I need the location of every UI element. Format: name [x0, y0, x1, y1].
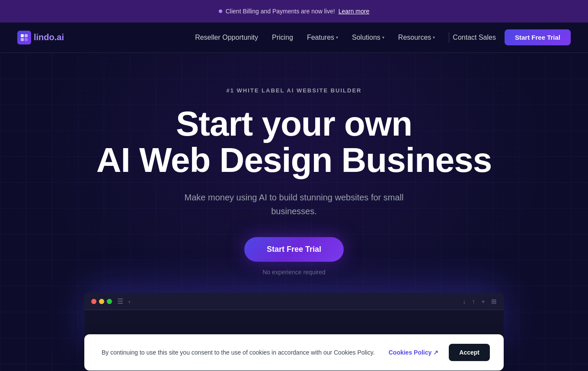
- download-icon[interactable]: ↓: [463, 298, 466, 305]
- browser-toolbar: ☰ ‹ ↓ ↑ + ⊞: [84, 293, 504, 310]
- nav-divider: [449, 32, 449, 43]
- learn-more-link[interactable]: Learn more: [339, 8, 370, 15]
- svg-rect-1: [25, 34, 28, 37]
- logo-icon: [17, 31, 31, 44]
- nav-start-trial-button[interactable]: Start Free Trial: [505, 29, 571, 45]
- hero-start-trial-button[interactable]: Start Free Trial: [244, 237, 344, 262]
- sidebar-icon[interactable]: ☰: [117, 297, 123, 305]
- hero-title: Start your own AI Web Design Business: [17, 106, 571, 178]
- cookie-message: By continuing to use this site you conse…: [98, 348, 378, 357]
- nav-item-features[interactable]: Features ▾: [307, 34, 338, 41]
- announcement-dot: [219, 10, 222, 13]
- navbar: lindo.ai Reseller Opportunity Pricing Fe…: [0, 22, 588, 53]
- nav-item-solutions[interactable]: Solutions ▾: [352, 34, 384, 41]
- browser-dots: [91, 299, 112, 304]
- browser-preview: ☰ ‹ ↓ ↑ + ⊞ By continuing to use this si…: [84, 293, 504, 358]
- browser-dot-yellow: [99, 299, 104, 304]
- svg-rect-0: [21, 34, 24, 37]
- announcement-message: Client Billing and Payments are now live…: [226, 8, 335, 15]
- browser-dot-red: [91, 299, 96, 304]
- chevron-down-icon: ▾: [336, 35, 338, 40]
- external-link-icon: ↗: [433, 348, 438, 357]
- add-icon[interactable]: +: [481, 298, 485, 305]
- back-icon[interactable]: ‹: [128, 298, 131, 305]
- hero-cta-wrapper: Start Free Trial: [17, 237, 571, 262]
- chevron-down-icon: ▾: [382, 35, 384, 40]
- share-icon[interactable]: ↑: [472, 298, 476, 305]
- cookie-policy-link[interactable]: Cookies Policy ↗: [389, 348, 439, 357]
- nav-links: Reseller Opportunity Pricing Features ▾ …: [195, 34, 435, 41]
- nav-item-reseller[interactable]: Reseller Opportunity: [195, 34, 258, 41]
- svg-rect-2: [21, 38, 24, 41]
- hero-note: No experience required: [17, 269, 571, 276]
- logo-text: lindo.ai: [34, 32, 64, 42]
- browser-actions: ↓ ↑ + ⊞: [463, 298, 497, 305]
- accept-cookies-button[interactable]: Accept: [449, 344, 490, 361]
- nav-item-pricing[interactable]: Pricing: [272, 34, 293, 41]
- grid-icon[interactable]: ⊞: [491, 298, 497, 305]
- svg-rect-3: [25, 38, 28, 41]
- nav-item-resources[interactable]: Resources ▾: [398, 34, 435, 41]
- chevron-down-icon: ▾: [433, 35, 435, 40]
- browser-dot-green: [107, 299, 112, 304]
- hero-eyebrow: #1 WHITE LABEL AI WEBSITE BUILDER: [17, 87, 571, 94]
- hero-section: #1 WHITE LABEL AI WEBSITE BUILDER Start …: [0, 53, 588, 371]
- hero-subtitle: Make money using AI to build stunning we…: [173, 190, 415, 218]
- logo[interactable]: lindo.ai: [17, 31, 64, 44]
- announcement-bar: Client Billing and Payments are now live…: [0, 0, 588, 22]
- contact-sales-link[interactable]: Contact Sales: [453, 34, 496, 41]
- cookie-banner: By continuing to use this site you conse…: [84, 334, 504, 371]
